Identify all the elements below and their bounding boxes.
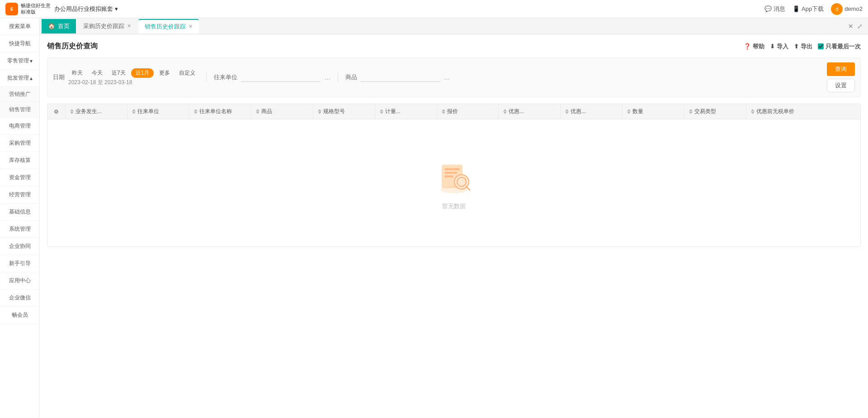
sort-down-icon [503,112,507,114]
source-unit-label: 往来单位 [214,73,237,81]
date-buttons: 昨天 今天 近7天 近1月 更多 自定义 [68,68,199,78]
sidebar-item-quick-nav[interactable]: 快捷导航 [0,35,39,52]
source-unit-input[interactable] [241,73,321,82]
top-bar-right: 💬 消息 📱 App下载 d demo2 [764,3,863,15]
sort-up-icon [194,109,198,111]
sort-up-icon [627,109,631,111]
chevron-up-icon: ▴ [30,75,33,81]
sidebar-item-guide[interactable]: 新手引导 [0,255,39,272]
date-btn-today[interactable]: 今天 [88,68,106,78]
sort-unit-code[interactable] [132,109,136,114]
main-area: 🏠 首页 采购历史价跟踪 ✕ 销售历史价跟踪 ✕ ✕ ⤢ 销售历史价查询 [40,18,868,418]
sort-quantity[interactable] [627,109,631,114]
sidebar-item-inventory[interactable]: 库存核算 [0,152,39,169]
product-input[interactable] [361,73,440,82]
query-button[interactable]: 查询 [827,62,855,76]
close-purchase-tab-icon[interactable]: ✕ [127,23,131,29]
source-unit-lookup-icon[interactable]: ... [324,73,330,81]
th-pretax-price: 优惠前无税单价 [746,104,860,119]
sidebar-item-system[interactable]: 系统管理 [0,221,39,238]
sort-trade-type[interactable] [689,109,693,114]
tab-window-actions: ✕ ⤢ [848,23,866,30]
sidebar-item-enterprise[interactable]: 企业协同 [0,238,39,255]
sort-spec[interactable] [318,109,321,114]
sort-pretax-price[interactable] [751,109,755,114]
close-window-icon[interactable]: ✕ [848,23,854,30]
page-content: 销售历史价查询 ❓ 帮助 ⬇ 导入 ⬆ 导出 [40,34,868,418]
empty-text: 暂无数据 [442,202,466,210]
page-title-row: 销售历史价查询 ❓ 帮助 ⬇ 导入 ⬆ 导出 [47,42,861,51]
th-discount2: 优惠... [561,104,623,119]
th-settings[interactable]: ⚙ [47,105,66,119]
sort-price[interactable] [442,109,445,114]
empty-state: 暂无数据 [47,119,860,247]
user-avatar[interactable]: d demo2 [831,3,863,15]
close-sales-tab-icon[interactable]: ✕ [189,24,193,29]
sidebar-item-operations[interactable]: 经营管理 [0,186,39,204]
sidebar-item-sales[interactable]: 销售管理 [0,102,39,118]
sort-unit-name[interactable] [194,109,198,114]
sort-down-icon [194,112,198,114]
home-icon: 🏠 [48,23,55,29]
sidebar-item-retail[interactable]: 零售管理 ▾ [0,52,39,70]
sort-product[interactable] [256,109,259,114]
sidebar-item-purchase[interactable]: 采购管理 [0,135,39,152]
only-last-checkbox-input[interactable] [818,43,824,49]
settings-button[interactable]: 设置 [827,79,855,92]
sort-unit[interactable] [380,109,383,114]
maximize-window-icon[interactable]: ⤢ [857,23,863,30]
export-icon: ⬆ [794,43,799,50]
empty-illustration [434,156,474,198]
sort-up-icon [503,109,507,111]
th-quantity: 数量 [623,104,684,119]
page-actions: ❓ 帮助 ⬇ 导入 ⬆ 导出 只看最后一次 [744,43,861,51]
product-filter: 商品 ... [345,73,450,82]
export-button[interactable]: ⬆ 导出 [794,43,812,51]
sidebar-item-member[interactable]: 畅会员 [0,307,39,324]
date-range-text: 2023-02-18 至 2023-03-18 [68,79,199,86]
sort-discount2[interactable] [565,109,569,114]
logo-icon: 6 [5,3,18,15]
sidebar-item-ecommerce[interactable]: 电商管理 [0,118,39,135]
filter-divider-1 [206,73,207,82]
svg-rect-5 [444,172,457,174]
sidebar-item-search-menu[interactable]: 搜索菜单 [0,18,39,35]
sort-biz-date[interactable] [70,109,74,114]
th-unit-name: 往来单位名称 [189,104,251,119]
sort-down-icon [132,112,136,114]
account-dropdown[interactable]: 办公用品行业模拟账套 ▾ [54,5,761,13]
import-button[interactable]: ⬇ 导入 [770,43,788,51]
settings-icon[interactable]: ⚙ [54,109,59,115]
date-btn-7days[interactable]: 近7天 [108,68,129,78]
messages-button[interactable]: 💬 消息 [764,5,785,13]
help-button[interactable]: ❓ 帮助 [744,43,764,51]
date-btn-1month[interactable]: 近1月 [131,68,154,78]
product-label: 商品 [345,73,357,81]
sidebar-item-basic-info[interactable]: 基础信息 [0,204,39,221]
tab-sales-history[interactable]: 销售历史价跟踪 ✕ [138,19,199,33]
sort-down-icon [689,112,693,114]
page-title: 销售历史价查询 [47,42,98,51]
tab-purchase-history[interactable]: 采购历史价跟踪 ✕ [77,19,137,33]
sidebar-item-corp-wechat[interactable]: 企业微信 [0,290,39,307]
sort-up-icon [380,109,383,111]
date-label: 日期 [53,73,65,81]
sort-up-icon [565,109,569,111]
product-lookup-icon[interactable]: ... [444,73,450,81]
date-btn-yesterday[interactable]: 昨天 [68,68,86,78]
sort-up-icon [318,109,321,111]
tab-home[interactable]: 🏠 首页 [42,19,76,33]
import-icon: ⬇ [770,43,775,50]
th-discount1: 优惠... [499,104,561,119]
date-btn-more[interactable]: 更多 [156,68,174,78]
sort-up-icon [256,109,259,111]
sort-discount1[interactable] [503,109,507,114]
sidebar-item-marketing[interactable]: 营销推广 [0,87,39,102]
sidebar-item-app-center[interactable]: 应用中心 [0,272,39,290]
date-btn-custom[interactable]: 自定义 [175,68,199,78]
app-download-button[interactable]: 📱 App下载 [793,5,824,13]
sidebar-item-finance[interactable]: 资金管理 [0,169,39,186]
sort-up-icon [442,109,445,111]
only-last-checkbox[interactable]: 只看最后一次 [818,43,861,51]
sidebar-item-wholesale[interactable]: 批发管理 ▴ [0,70,39,87]
